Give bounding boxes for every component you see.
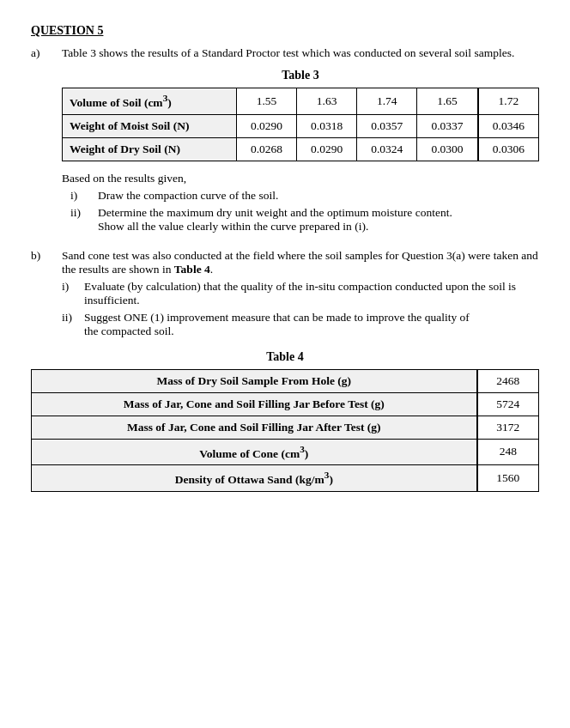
table-cell-last: 1.72 <box>478 88 539 115</box>
table-cell: 1.65 <box>417 88 478 115</box>
t4-row-header-5: Density of Ottawa Sand (kg/m3) <box>32 465 477 492</box>
table-row: Mass of Jar, Cone and Soil Filling Jar B… <box>32 392 539 416</box>
table-cell: 0.0318 <box>297 114 357 137</box>
table-cell-last: 0.0306 <box>478 137 539 161</box>
table-cell: 1.74 <box>357 88 417 115</box>
row-header-volume: Volume of Soil (cm3) <box>63 88 237 115</box>
table-cell: 0.0337 <box>417 114 478 137</box>
table-row: Weight of Moist Soil (N) 0.0290 0.0318 0… <box>63 114 539 137</box>
table-row: Weight of Dry Soil (N) 0.0268 0.0290 0.0… <box>63 137 539 161</box>
table4-caption: Table 4 <box>31 350 539 364</box>
table-row: Mass of Dry Soil Sample From Hole (g) 24… <box>32 369 539 392</box>
sub-label-i: i) <box>70 189 98 203</box>
sub-item-i: i) Draw the compaction curve of the soil… <box>70 189 539 203</box>
table-cell: 1.55 <box>236 88 296 115</box>
sub-item-ii: ii) Determine the maximum dry unit weigh… <box>70 206 539 234</box>
table-row: Mass of Jar, Cone and Soil Filling Jar A… <box>32 416 539 439</box>
t4-value-5: 1560 <box>477 465 539 492</box>
sub-label-ii: ii) <box>70 206 98 234</box>
table4: Mass of Dry Soil Sample From Hole (g) 24… <box>31 369 539 492</box>
part-b-content: Sand cone test was also conducted at the… <box>62 249 539 342</box>
part-a-intro: Table 3 shows the results of a Standard … <box>62 46 514 59</box>
table-cell: 0.0324 <box>357 137 417 161</box>
part-b-sub-item-ii: ii) Suggest ONE (1) improvement measure … <box>62 311 539 338</box>
table-cell: 0.0290 <box>297 137 357 161</box>
part-b-sub-item-i: i) Evaluate (by calculation) that the qu… <box>62 280 539 307</box>
table3-caption: Table 3 <box>62 69 539 82</box>
table-cell: 1.63 <box>297 88 357 115</box>
question-title: QUESTION 5 <box>31 24 539 38</box>
table-cell: 0.0357 <box>357 114 417 137</box>
part-b-sub-content-ii: Suggest ONE (1) improvement measure that… <box>84 311 539 338</box>
table3: Volume of Soil (cm3) 1.55 1.63 1.74 1.65… <box>62 88 539 161</box>
t4-value-2: 5724 <box>477 392 539 416</box>
t4-row-header-4: Volume of Cone (cm3) <box>32 439 477 465</box>
results-intro: Based on the results given, <box>62 172 539 185</box>
row-header-moist: Weight of Moist Soil (N) <box>63 114 237 137</box>
table-row: Density of Ottawa Sand (kg/m3) 1560 <box>32 465 539 492</box>
table-cell: 0.0290 <box>236 114 296 137</box>
part-b-text: Sand cone test was also conducted at the… <box>62 249 539 276</box>
part-b-sub-content-i: Evaluate (by calculation) that the quali… <box>84 280 539 307</box>
row-header-dry: Weight of Dry Soil (N) <box>63 137 237 161</box>
t4-row-header-1: Mass of Dry Soil Sample From Hole (g) <box>32 369 477 392</box>
table-row: Volume of Soil (cm3) 1.55 1.63 1.74 1.65… <box>63 88 539 115</box>
part-b-sub-label-i: i) <box>62 280 84 307</box>
table-cell: 0.0300 <box>417 137 478 161</box>
part-b-sub-label-ii: ii) <box>62 311 84 338</box>
part-a-label: a) <box>31 46 62 237</box>
t4-value-1: 2468 <box>477 369 539 392</box>
t4-value-4: 248 <box>477 439 539 465</box>
sub-content-ii: Determine the maximum dry unit weight an… <box>98 206 539 234</box>
table-cell-last: 0.0346 <box>478 114 539 137</box>
table4-ref: Table 4 <box>174 263 210 276</box>
t4-value-3: 3172 <box>477 416 539 439</box>
t4-row-header-2: Mass of Jar, Cone and Soil Filling Jar B… <box>32 392 477 416</box>
t4-row-header-3: Mass of Jar, Cone and Soil Filling Jar A… <box>32 416 477 439</box>
part-b-label: b) <box>31 249 62 342</box>
sub-content-i: Draw the compaction curve of the soil. <box>98 189 539 203</box>
table-row: Volume of Cone (cm3) 248 <box>32 439 539 465</box>
table-cell: 0.0268 <box>236 137 296 161</box>
